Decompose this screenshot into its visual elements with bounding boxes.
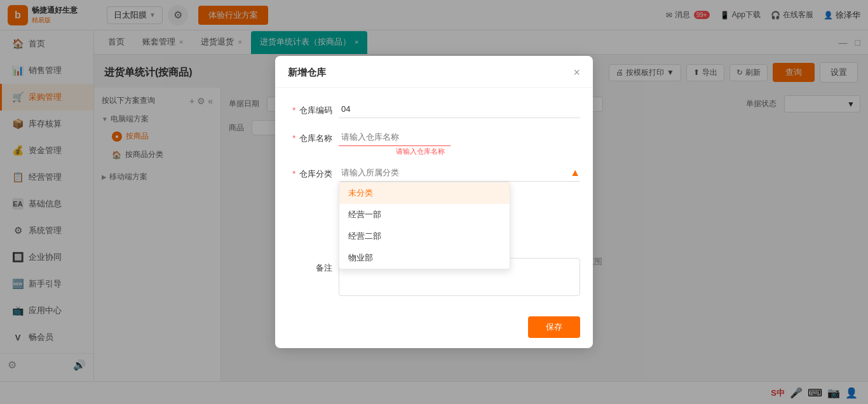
remark-label: 备注 xyxy=(288,258,339,274)
dialog-title: 新增仓库 xyxy=(288,67,326,79)
dialog-body: * 仓库编码 * 仓库名称 请输入仓库名称 * xyxy=(275,88,593,296)
new-warehouse-dialog: 新增仓库 × * 仓库编码 * 仓库名称 请输入仓库名称 xyxy=(275,56,593,348)
category-dropdown: 未分类 经营一部 经营二部 物业部 xyxy=(339,182,510,269)
required-mark: * xyxy=(292,105,295,115)
category-input[interactable] xyxy=(339,164,580,182)
save-button[interactable]: 保存 xyxy=(528,316,580,338)
form-row-code: * 仓库编码 xyxy=(288,100,580,118)
required-mark-name: * xyxy=(292,133,295,143)
dialog-footer: 保存 xyxy=(275,306,593,348)
category-label: * 仓库分类 xyxy=(288,164,339,180)
dropdown-item-ops1[interactable]: 经营一部 xyxy=(339,204,510,226)
modal-overlay[interactable]: 新增仓库 × * 仓库编码 * 仓库名称 请输入仓库名称 xyxy=(0,0,868,404)
category-select-row: ▲ 未分类 经营一部 经营二部 物业部 xyxy=(339,164,580,182)
dropdown-item-ops2[interactable]: 经营二部 xyxy=(339,226,510,247)
required-mark-category: * xyxy=(292,169,295,178)
name-error-message: 请输入仓库名称 xyxy=(396,147,445,156)
dialog-header: 新增仓库 × xyxy=(275,56,593,88)
warehouse-code-input[interactable] xyxy=(339,100,580,118)
category-dropdown-toggle[interactable]: ▲ xyxy=(570,167,580,178)
form-row-category: * 仓库分类 ▲ 未分类 经营一部 经营二部 物业部 xyxy=(288,164,580,182)
code-label: * 仓库编码 xyxy=(288,100,339,116)
dropdown-item-property[interactable]: 物业部 xyxy=(339,247,510,269)
form-row-name: * 仓库名称 请输入仓库名称 xyxy=(288,128,580,146)
dropdown-item-uncategorized[interactable]: 未分类 xyxy=(339,182,510,204)
name-label: * 仓库名称 xyxy=(288,128,339,144)
dialog-close-button[interactable]: × xyxy=(573,66,580,79)
warehouse-name-input[interactable] xyxy=(339,128,451,146)
